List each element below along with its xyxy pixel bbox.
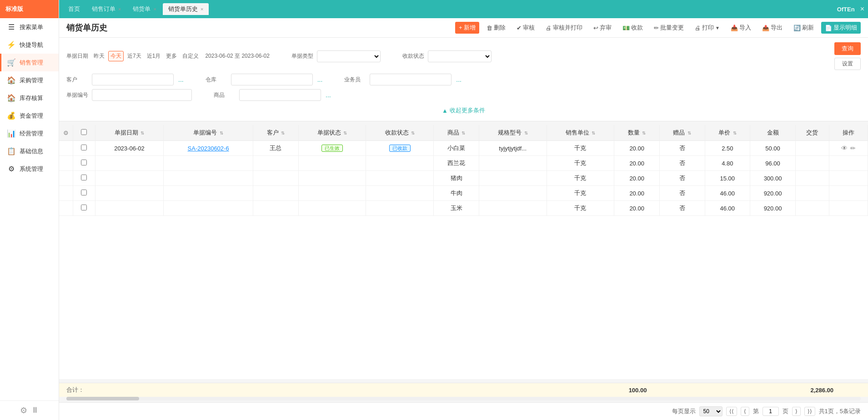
toolbar: + 新增 🗑 删除 ✔ 审核 🖨 审核并打印 ↩ 弃审 bbox=[455, 22, 861, 34]
doc-no-link[interactable]: SA-20230602-6 bbox=[188, 145, 229, 152]
row-select-checkbox[interactable] bbox=[81, 160, 87, 165]
shortcut-more[interactable]: 更多 bbox=[164, 51, 179, 61]
refresh-button[interactable]: 🔄 刷新 bbox=[790, 22, 818, 34]
sidebar-collapse-icon[interactable]: ⏸ bbox=[31, 405, 39, 415]
sidebar-item-operation[interactable]: 📊 经营管理 bbox=[0, 125, 59, 142]
sort-qty[interactable]: ⇅ bbox=[642, 130, 646, 135]
first-page-button[interactable]: ⟨⟨ bbox=[726, 407, 737, 416]
edit-icon[interactable]: ✏ bbox=[850, 145, 856, 152]
warehouse-dots[interactable]: ... bbox=[317, 76, 323, 83]
shortcut-custom[interactable]: 自定义 bbox=[181, 51, 201, 61]
salesperson-input[interactable] bbox=[370, 74, 452, 85]
sidebar-item-basic[interactable]: 📋 基础信息 bbox=[0, 142, 59, 160]
scrollbar-thumb[interactable] bbox=[66, 397, 139, 400]
tab-sales-order[interactable]: 销售订单 × bbox=[86, 3, 126, 15]
row-select-checkbox[interactable] bbox=[81, 190, 87, 195]
sort-doc-no[interactable]: ⇅ bbox=[220, 130, 223, 135]
last-page-button[interactable]: ⟩⟩ bbox=[804, 407, 815, 416]
next-page-button[interactable]: ⟩ bbox=[792, 407, 801, 416]
add-button[interactable]: + 新增 bbox=[455, 22, 479, 34]
sidebar-item-search[interactable]: ☰ 搜索菜单 bbox=[0, 18, 59, 36]
table-body: 2023-06-02 SA-20230602-6 王总 已生效 已收款 小白菜 … bbox=[59, 141, 868, 216]
salesperson-dots[interactable]: ... bbox=[456, 76, 462, 83]
collapse-button[interactable]: ▲ 收起更多条件 bbox=[66, 105, 861, 116]
shortcut-1month[interactable]: 近1月 bbox=[145, 51, 163, 61]
audit-print-icon: 🖨 bbox=[546, 25, 552, 31]
row-checkbox[interactable] bbox=[73, 141, 95, 156]
row-checkbox[interactable] bbox=[73, 171, 95, 186]
sidebar-item-finance[interactable]: 💰 资金管理 bbox=[0, 107, 59, 125]
audit-button[interactable]: ✔ 审核 bbox=[513, 22, 538, 34]
row-checkbox[interactable] bbox=[73, 156, 95, 171]
row-doc-no[interactable] bbox=[164, 186, 253, 201]
select-all-checkbox[interactable] bbox=[81, 129, 87, 135]
row-select-checkbox[interactable] bbox=[81, 205, 87, 210]
set-button[interactable]: 设置 bbox=[834, 58, 861, 70]
row-settings bbox=[59, 201, 73, 216]
horizontal-scrollbar[interactable] bbox=[66, 397, 861, 400]
row-select-checkbox[interactable] bbox=[81, 145, 87, 150]
sidebar-item-quicknav[interactable]: ⚡ 快捷导航 bbox=[0, 36, 59, 54]
row-collect-status bbox=[366, 156, 434, 171]
view-icon[interactable]: 👁 bbox=[841, 145, 848, 152]
row-customer bbox=[253, 171, 299, 186]
sidebar-settings-icon[interactable]: ⚙ bbox=[20, 405, 27, 415]
tab-sales-goods[interactable]: 销货单 × bbox=[127, 3, 161, 15]
collect-status-select[interactable] bbox=[428, 50, 492, 62]
tab-close-sales-order[interactable]: × bbox=[118, 6, 121, 12]
sort-price[interactable]: ⇅ bbox=[733, 130, 737, 135]
page-input[interactable] bbox=[763, 407, 779, 416]
docno-input[interactable] bbox=[92, 89, 192, 101]
row-checkbox[interactable] bbox=[73, 201, 95, 216]
sort-doc-date[interactable]: ⇅ bbox=[140, 130, 144, 135]
print-button[interactable]: 🖨 打印 ▼ bbox=[691, 22, 723, 34]
topbar-close-button[interactable]: × bbox=[860, 5, 864, 13]
sort-goods[interactable]: ⇅ bbox=[462, 130, 465, 135]
row-customer bbox=[253, 201, 299, 216]
row-doc-no[interactable] bbox=[164, 201, 253, 216]
row-qty: 20.00 bbox=[614, 186, 660, 201]
sidebar-item-system[interactable]: ⚙ 系统管理 bbox=[0, 160, 59, 178]
per-page-select[interactable]: 50 100 200 bbox=[699, 406, 722, 416]
row-checkbox[interactable] bbox=[73, 186, 95, 201]
sort-collect-status[interactable]: ⇅ bbox=[411, 130, 415, 135]
row-doc-no[interactable] bbox=[164, 171, 253, 186]
sort-spec[interactable]: ⇅ bbox=[524, 130, 528, 135]
batch-change-button[interactable]: ✏ 批量变更 bbox=[650, 22, 687, 34]
sidebar-item-purchase[interactable]: 🏠 采购管理 bbox=[0, 71, 59, 89]
collect-button[interactable]: 💵 收款 bbox=[619, 22, 647, 34]
collect-icon: 💵 bbox=[622, 25, 630, 31]
customer-input[interactable] bbox=[92, 74, 174, 85]
row-doc-no[interactable] bbox=[164, 156, 253, 171]
prev-page-button[interactable]: ⟨ bbox=[741, 407, 749, 416]
shortcut-yesterday[interactable]: 昨天 bbox=[92, 51, 106, 61]
goods-dots[interactable]: ... bbox=[326, 91, 331, 99]
audit-print-button[interactable]: 🖨 审核并打印 bbox=[542, 22, 586, 34]
sort-gift[interactable]: ⇅ bbox=[687, 130, 691, 135]
sidebar-item-inventory[interactable]: 🏠 库存核算 bbox=[0, 89, 59, 107]
goods-input[interactable] bbox=[239, 89, 321, 101]
table-settings-icon[interactable]: ⚙ bbox=[59, 125, 73, 141]
shortcut-today[interactable]: 今天 bbox=[108, 51, 124, 61]
shortcut-7days[interactable]: 近7天 bbox=[125, 51, 143, 61]
show-detail-button[interactable]: 📄 显示明细 bbox=[821, 22, 861, 34]
row-select-checkbox[interactable] bbox=[81, 175, 87, 180]
export-button[interactable]: 📤 导出 bbox=[758, 22, 786, 34]
query-button[interactable]: 查询 bbox=[834, 42, 861, 55]
import-button[interactable]: 📥 导入 bbox=[727, 22, 755, 34]
abandon-button[interactable]: ↩ 弃审 bbox=[590, 22, 615, 34]
warehouse-input[interactable] bbox=[231, 74, 313, 85]
sort-customer[interactable]: ⇅ bbox=[281, 130, 285, 135]
sort-unit[interactable]: ⇅ bbox=[592, 130, 595, 135]
sort-doc-status[interactable]: ⇅ bbox=[343, 130, 347, 135]
row-doc-no[interactable]: SA-20230602-6 bbox=[164, 141, 253, 156]
tab-sales-history[interactable]: 销货单历史 × bbox=[163, 3, 209, 15]
table-checkbox-header[interactable] bbox=[73, 125, 95, 141]
tab-close-sales-goods[interactable]: × bbox=[153, 6, 156, 12]
customer-dots[interactable]: ... bbox=[178, 76, 184, 83]
sidebar-item-sales[interactable]: 🛒 销售管理 bbox=[0, 54, 59, 71]
tab-home[interactable]: 首页 bbox=[63, 3, 85, 15]
tab-close-sales-history[interactable]: × bbox=[201, 6, 203, 12]
delete-button[interactable]: 🗑 删除 bbox=[483, 22, 509, 34]
doc-type-select[interactable] bbox=[317, 50, 381, 62]
